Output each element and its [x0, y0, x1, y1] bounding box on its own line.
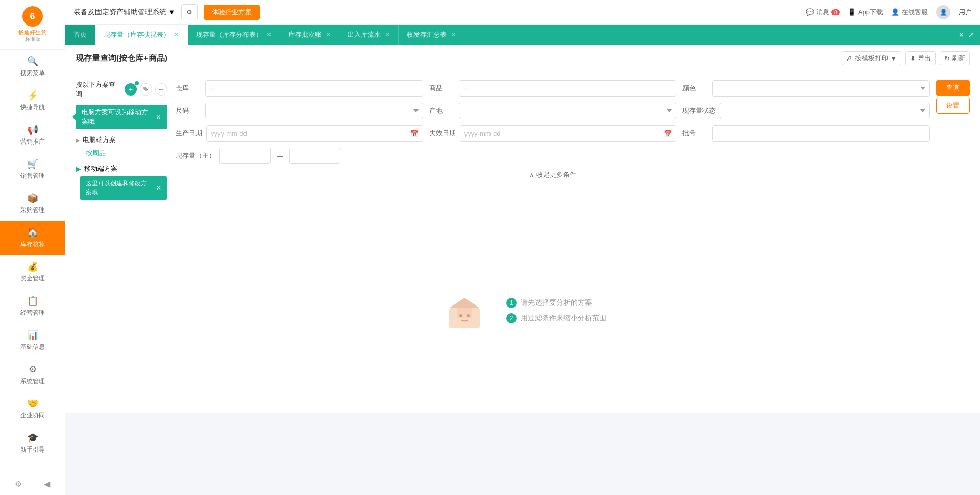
tab-inventory-status-close[interactable]: ✕ [174, 31, 179, 38]
prod-date-label: 生产日期 [176, 129, 202, 138]
sidebar-item-guide[interactable]: 🎓 新手引导 [0, 426, 65, 460]
scheme-item-desktop[interactable]: 按周品 [76, 147, 167, 160]
message-action[interactable]: 💬 消息 8 [806, 8, 840, 17]
stock-status-label: 现存量状态 [682, 106, 716, 115]
tab-inventory-dist-label: 现存量（库存分布表） [196, 30, 262, 39]
tab-receipt-summary[interactable]: 收发存汇总表 ✕ [399, 25, 464, 45]
experience-button[interactable]: 体验行业方案 [204, 5, 260, 20]
tab-batch-ledger-close[interactable]: ✕ [326, 31, 331, 38]
scheme-group-mobile-label: 移动端方案 [84, 164, 117, 173]
basic-icon: 📊 [27, 329, 38, 341]
export-icon: ⬇ [910, 55, 916, 62]
sidebar-item-nav[interactable]: ⚡ 快捷导航 [0, 84, 65, 118]
tab-inout-flow-close[interactable]: ✕ [385, 31, 390, 38]
reset-button[interactable]: 设置 [936, 98, 970, 114]
stock-main-to[interactable] [289, 148, 340, 164]
tab-receipt-summary-close[interactable]: ✕ [451, 31, 456, 38]
app-download-action[interactable]: 📱 App下载 [848, 8, 883, 17]
goods-input[interactable]: ··· [459, 80, 677, 97]
goods-label: 商品 [429, 84, 455, 93]
tab-expand-icon[interactable]: ⤢ [968, 31, 974, 39]
sidebar-label-system: 系统管理 [20, 377, 45, 386]
content-area: 现存量查询(按仓库+商品) 🖨 按模板打印 ▼ ⬇ 导出 ↻ 刷新 [65, 45, 980, 495]
sidebar-label-inventory: 库存核算 [20, 240, 45, 249]
filter-field-origin: 产地 [429, 103, 677, 119]
sidebar-collapse-btn[interactable]: ◀ [44, 479, 50, 489]
tab-home[interactable]: 首页 [65, 25, 95, 45]
stock-status-select[interactable] [720, 103, 930, 119]
sidebar-item-sales[interactable]: 🛒 销售管理 [0, 152, 65, 186]
collapse-button[interactable]: ∧ 收起更多条件 [529, 170, 576, 179]
sidebar-item-inventory[interactable]: 🏠 库存核算 [0, 221, 65, 255]
edit-tooltip: 这里可以创建和修改方案哦 ✕ [80, 176, 167, 200]
add-scheme-btn[interactable]: + [125, 83, 137, 96]
tab-close-all-icon[interactable]: ✕ [959, 31, 964, 39]
arrow-scheme-btn[interactable]: ← [155, 83, 167, 96]
sidebar-item-enterprise[interactable]: 🤝 企业协同 [0, 392, 65, 426]
scheme-group-mobile-header[interactable]: ▶ 移动端方案 [76, 162, 167, 175]
sidebar-label-finance: 资金管理 [20, 274, 45, 283]
warehouse-input[interactable]: ··· [205, 80, 423, 97]
sidebar-label-search: 搜索菜单 [20, 69, 45, 78]
sidebar-item-basic[interactable]: 📊 基础信息 [0, 323, 65, 358]
search-button[interactable]: 查询 [936, 80, 970, 96]
refresh-icon: ↻ [944, 55, 950, 62]
flash-icon: ⚡ [27, 90, 38, 101]
dot-indicator [135, 81, 139, 85]
settings-button[interactable]: ⚙ [181, 4, 198, 20]
support-action[interactable]: 👤 在线客服 [891, 8, 928, 17]
scheme-tooltip[interactable]: 电脑方案可设为移动方案哦 ✕ [76, 105, 167, 129]
refresh-button[interactable]: ↻ 刷新 [940, 51, 970, 65]
tab-inventory-status-label: 现存量（库存状况表） [104, 30, 170, 39]
expire-date-input[interactable]: yyyy-mm-dd 📅 [460, 125, 677, 142]
size-select[interactable] [205, 103, 423, 119]
sidebar-item-search[interactable]: 🔍 搜索菜单 [0, 50, 65, 84]
tab-receipt-summary-label: 收发存汇总表 [407, 30, 447, 39]
sidebar-item-marketing[interactable]: 📢 营销推广 [0, 118, 65, 152]
prod-date-input[interactable]: yyyy-mm-dd 📅 [206, 125, 423, 142]
calendar-icon-prod: 📅 [410, 130, 419, 137]
sidebar-item-purchase[interactable]: 📦 采购管理 [0, 186, 65, 221]
scheme-selector: 按以下方案查询 + ✎ ← 电脑方案可设为移 [76, 80, 167, 200]
sidebar-settings-btn[interactable]: ⚙ [15, 479, 22, 489]
sidebar-item-finance[interactable]: 💰 资金管理 [0, 255, 65, 289]
chevron-down-icon: ▼ [168, 8, 175, 16]
prod-date-placeholder: yyyy-mm-dd [211, 130, 247, 137]
empty-illustration [439, 285, 490, 336]
tab-inventory-dist-close[interactable]: ✕ [266, 31, 272, 38]
collapse-icon: ∧ [529, 171, 534, 179]
empty-hint-2: 2 用过滤条件来缩小分析范围 [506, 313, 606, 323]
system-selector[interactable]: 装备及固定资产辅助管理系统 ▼ [74, 8, 175, 17]
username[interactable]: 用户 [959, 8, 972, 17]
empty-hint-1: 1 请先选择要分析的方案 [506, 298, 606, 308]
edit-scheme-btn[interactable]: ✎ [140, 83, 152, 96]
tab-inout-flow[interactable]: 出入库流水 ✕ [339, 25, 399, 45]
scheme-tooltip-close[interactable]: ✕ [156, 113, 161, 121]
scheme-group-desktop-label: 电脑端方案 [83, 135, 116, 145]
tab-inventory-status[interactable]: 现存量（库存状况表） ✕ [95, 25, 188, 45]
sidebar-item-system[interactable]: ⚙ 系统管理 [0, 358, 65, 392]
calendar-icon-expire: 📅 [664, 130, 672, 137]
tab-batch-ledger[interactable]: 库存批次账 ✕ [280, 25, 339, 45]
template-print-button[interactable]: 🖨 按模板打印 ▼ [842, 51, 901, 65]
svg-marker-1 [449, 298, 480, 308]
topbar: 装备及固定资产辅助管理系统 ▼ ⚙ 体验行业方案 💬 消息 8 📱 App下载 … [65, 0, 980, 25]
scheme-group-desktop-header[interactable]: ▶ 电脑端方案 [76, 133, 167, 147]
enterprise-icon: 🤝 [27, 398, 38, 409]
sidebar-item-operations[interactable]: 📋 经营管理 [0, 289, 65, 323]
export-button[interactable]: ⬇ 导出 [905, 51, 936, 65]
batch-input[interactable] [712, 125, 930, 142]
hint-text-2: 用过滤条件来缩小分析范围 [521, 314, 606, 323]
right-search-btns: 查询 设置 [936, 80, 970, 114]
stock-main-from[interactable] [219, 148, 271, 164]
scheme-tooltip-area: 电脑方案可设为移动方案哦 ✕ [76, 105, 167, 129]
tab-inventory-dist[interactable]: 现存量（库存分布表） ✕ [188, 25, 280, 45]
svg-point-4 [467, 314, 470, 317]
tab-inout-flow-label: 出入库流水 [348, 30, 381, 39]
tabbar: 首页 现存量（库存状况表） ✕ 现存量（库存分布表） ✕ 库存批次账 ✕ 出入库… [65, 25, 980, 45]
edit-tooltip-close[interactable]: ✕ [156, 184, 161, 192]
sidebar-label-marketing: 营销推广 [20, 137, 45, 146]
origin-select[interactable] [459, 103, 677, 119]
color-select[interactable] [712, 80, 930, 97]
marketing-icon: 📢 [27, 124, 38, 135]
